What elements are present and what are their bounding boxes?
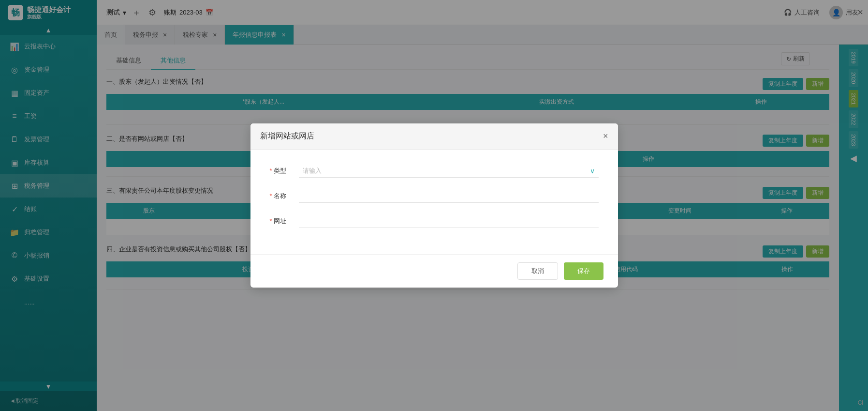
add-website-modal: 新增网站或网店 × * 类型 ∨ * 名称 xyxy=(250,123,618,288)
name-required-mark: * xyxy=(270,192,272,199)
modal-body: * 类型 ∨ * 名称 * xyxy=(250,150,618,254)
url-required-mark: * xyxy=(270,217,272,225)
modal-header: 新增网站或网店 × xyxy=(250,123,618,150)
form-row-url: * 网址 xyxy=(270,214,599,228)
form-row-type: * 类型 ∨ xyxy=(270,164,599,178)
cancel-button[interactable]: 取消 xyxy=(517,262,558,280)
modal-title: 新增网站或网店 xyxy=(260,131,314,141)
modal-overlay: 新增网站或网店 × * 类型 ∨ * 名称 xyxy=(0,0,868,411)
save-button[interactable]: 保存 xyxy=(564,262,603,280)
type-required-mark: * xyxy=(270,167,272,174)
type-dropdown-arrow[interactable]: ∨ xyxy=(590,167,595,175)
url-label: * 网址 xyxy=(270,217,299,226)
modal-close-button[interactable]: × xyxy=(603,131,608,141)
name-input[interactable] xyxy=(299,189,599,203)
form-row-name: * 名称 xyxy=(270,189,599,203)
modal-footer: 取消 保存 xyxy=(250,254,618,288)
type-input[interactable] xyxy=(299,164,599,178)
name-label: * 名称 xyxy=(270,192,299,200)
type-label: * 类型 xyxy=(270,167,299,175)
url-input[interactable] xyxy=(299,214,599,228)
